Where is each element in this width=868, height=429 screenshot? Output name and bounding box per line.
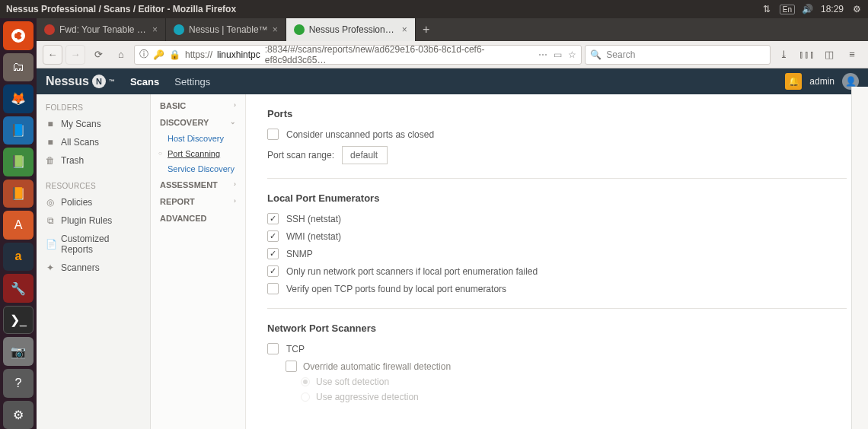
cat-basic[interactable]: BASIC› <box>151 97 245 114</box>
tab-0[interactable]: Fwd: Your Tenable Ness… × <box>37 18 166 41</box>
checkbox-ssh[interactable] <box>267 213 279 224</box>
launcher-settings-icon[interactable]: 🔧 <box>3 274 34 303</box>
radio-aggr[interactable] <box>301 392 310 402</box>
close-icon[interactable]: × <box>152 24 158 35</box>
forward-button[interactable]: → <box>65 45 85 65</box>
nav-settings[interactable]: Settings <box>174 76 210 87</box>
sound-icon[interactable]: 🔊 <box>803 4 813 14</box>
library-button[interactable]: ⫿⫿⫿ <box>796 45 816 65</box>
tab-1[interactable]: Nessus | Tenable™ × <box>166 18 286 41</box>
menu-button[interactable]: ≡ <box>842 45 862 65</box>
url-bar[interactable]: ⓘ 🔑 🔒 https://linuxhintpc:8834/#/scans/r… <box>134 45 582 65</box>
url-host: linuxhintpc <box>217 49 260 60</box>
brand-label: Nessus <box>46 75 89 88</box>
clock[interactable]: 18:29 <box>821 4 844 14</box>
search-icon: 🔍 <box>590 49 602 60</box>
launcher-calc-icon[interactable]: 📗 <box>3 148 34 176</box>
cat-advanced[interactable]: ADVANCED <box>151 210 245 227</box>
cat-discovery[interactable]: DISCOVERY⌄ <box>151 114 245 131</box>
favicon-icon <box>44 24 55 35</box>
right-gutter <box>851 87 868 429</box>
left-item-label: Plugin Rules <box>61 215 112 226</box>
checkbox-wmi[interactable] <box>267 230 279 242</box>
checkbox-verify[interactable] <box>267 283 279 294</box>
window-title: Nessus Professional / Scans / Editor - M… <box>6 4 761 14</box>
topbar: Nessus Professional / Scans / Editor - M… <box>0 0 868 18</box>
launcher-impress-icon[interactable]: 📙 <box>3 180 34 208</box>
checkbox-onlyrun[interactable] <box>267 265 279 277</box>
launcher-dash-icon[interactable] <box>3 21 34 50</box>
svg-point-3 <box>14 30 18 33</box>
tabstrip: Fwd: Your Tenable Ness… × Nessus | Tenab… <box>37 18 868 41</box>
launcher-gear-icon[interactable]: ⚙ <box>3 401 34 430</box>
divider <box>267 308 847 309</box>
launcher-software-icon[interactable]: A <box>3 211 34 240</box>
cat-report[interactable]: REPORT› <box>151 193 245 210</box>
launcher-firefox-icon[interactable]: 🦊 <box>3 84 34 113</box>
close-icon[interactable]: × <box>273 24 278 35</box>
launcher: 🗂 🦊 📘 📗 📙 A a 🔧 ❯_ 📷 ? ⚙ <box>0 18 37 429</box>
launcher-amazon-icon[interactable]: a <box>3 243 34 272</box>
checkbox-override[interactable] <box>286 361 297 372</box>
tab-label: Nessus Professional / S… <box>309 24 397 35</box>
heading-network: Network Port Scanners <box>267 323 847 334</box>
checkbox-snmp[interactable] <box>267 248 279 259</box>
left-item-plugin-rules[interactable]: ⧉Plugin Rules <box>37 211 150 230</box>
home-button[interactable]: ⌂ <box>111 45 131 65</box>
tab-label: Fwd: Your Tenable Ness… <box>59 24 148 35</box>
row-soft: Use soft detection <box>301 377 847 387</box>
svg-point-2 <box>21 34 24 37</box>
favicon-icon <box>294 24 305 35</box>
brand[interactable]: Nessus N ™ <box>46 75 115 88</box>
star-icon[interactable]: ☆ <box>568 49 576 60</box>
cat-assessment[interactable]: ASSESSMENT› <box>151 176 245 193</box>
user-name[interactable]: admin <box>809 76 834 87</box>
folder-icon: ■ <box>46 137 55 148</box>
launcher-screenshot-icon[interactable]: 📷 <box>3 337 34 366</box>
row-unscanned: Consider unscanned ports as closed <box>267 129 847 140</box>
reader-icon[interactable]: ▭ <box>554 49 562 60</box>
label-unscanned: Consider unscanned ports as closed <box>286 129 434 140</box>
launcher-files-icon[interactable]: 🗂 <box>3 53 34 82</box>
more-icon[interactable]: ⋯ <box>538 49 547 60</box>
gear-icon[interactable]: ⚙ <box>851 4 862 14</box>
reload-button[interactable]: ⟳ <box>88 45 108 65</box>
nav-scans[interactable]: Scans <box>130 76 159 87</box>
left-item-scanners[interactable]: ✦Scanners <box>37 259 150 277</box>
left-item-policies[interactable]: ◎Policies <box>37 193 150 211</box>
launcher-writer-icon[interactable]: 📘 <box>3 116 34 145</box>
label-verify: Verify open TCP ports found by local por… <box>286 284 506 294</box>
brand-logo-icon: N <box>92 75 106 88</box>
sidebar-button[interactable]: ◫ <box>819 45 839 65</box>
radio-soft[interactable] <box>301 377 310 386</box>
sub-port-scanning[interactable]: Port Scanning <box>151 146 245 161</box>
cat-label: ASSESSMENT <box>160 180 218 189</box>
trash-icon: 🗑 <box>46 155 55 166</box>
avatar-icon: 👤 <box>845 76 857 87</box>
input-port-range[interactable]: default <box>342 146 388 164</box>
notifications-button[interactable]: 🔔 <box>785 73 802 90</box>
launcher-help-icon[interactable]: ? <box>3 369 34 398</box>
left-item-my-scans[interactable]: ■My Scans <box>37 115 150 133</box>
left-item-all-scans[interactable]: ■All Scans <box>37 133 150 151</box>
close-icon[interactable]: × <box>402 24 407 35</box>
svg-point-4 <box>14 38 18 41</box>
downloads-button[interactable]: ⤓ <box>774 45 793 65</box>
sub-host-discovery[interactable]: Host Discovery <box>151 131 245 146</box>
left-item-trash[interactable]: 🗑Trash <box>37 151 150 170</box>
search-bar[interactable]: 🔍 Search <box>585 45 771 65</box>
form-content: Ports Consider unscanned ports as closed… <box>246 94 868 429</box>
back-button[interactable]: ← <box>43 45 62 65</box>
settings-nav: BASIC› DISCOVERY⌄ Host Discovery Port Sc… <box>151 94 246 429</box>
tab-2[interactable]: Nessus Professional / S… × <box>286 18 416 41</box>
launcher-terminal-icon[interactable]: ❯_ <box>3 306 34 335</box>
left-item-label: Scanners <box>61 262 100 273</box>
checkbox-tcp[interactable] <box>267 343 279 354</box>
checkbox-unscanned[interactable] <box>267 129 279 140</box>
sub-service-discovery[interactable]: Service Discovery <box>151 161 245 176</box>
left-item-reports[interactable]: 📄Customized Reports <box>37 230 150 259</box>
keyboard-indicator[interactable]: En <box>780 5 795 14</box>
cat-label: REPORT <box>160 197 195 206</box>
network-icon[interactable]: ⇅ <box>761 4 772 14</box>
new-tab-button[interactable]: + <box>416 18 437 41</box>
